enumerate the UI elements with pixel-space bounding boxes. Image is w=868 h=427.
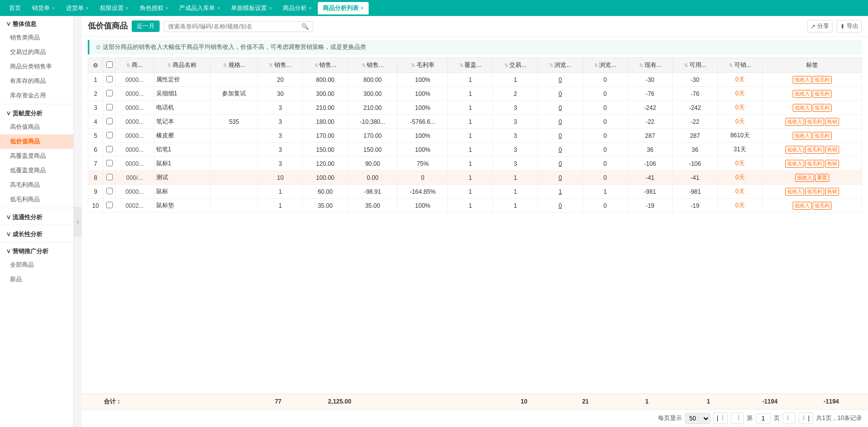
row-checkbox[interactable] bbox=[106, 202, 113, 208]
nav-home[interactable]: 首页 bbox=[4, 2, 26, 14]
sidebar-group-marketing[interactable]: ∨ 营销推广分析 bbox=[0, 243, 73, 258]
nav-purchase-order[interactable]: 进货单 × bbox=[61, 2, 94, 14]
cell-checkbox[interactable] bbox=[103, 199, 116, 213]
sidebar-item-inventory-capital[interactable]: 库存资金占用 bbox=[0, 88, 73, 103]
sidebar-item-stocked-products[interactable]: 有库存的商品 bbox=[0, 74, 73, 88]
close-icon[interactable]: × bbox=[361, 5, 364, 11]
cell-checkbox[interactable] bbox=[103, 129, 116, 143]
sidebar-item-sales-products[interactable]: 销售类商品 bbox=[0, 30, 73, 45]
export-button[interactable]: ⬆ 导出 bbox=[837, 20, 862, 32]
cell-view1[interactable]: 0 bbox=[538, 129, 583, 143]
nav-sales-order[interactable]: 销货单 × bbox=[27, 2, 60, 14]
view-link[interactable]: 0 bbox=[559, 160, 562, 167]
cell-checkbox[interactable] bbox=[103, 157, 116, 171]
nav-template-settings[interactable]: 单据模板设置 × bbox=[226, 2, 277, 14]
sidebar-item-new-products[interactable]: 新品 bbox=[0, 272, 73, 287]
sidebar-item-high-coverage[interactable]: 高覆盖度商品 bbox=[0, 149, 73, 163]
close-icon[interactable]: × bbox=[269, 5, 272, 11]
row-checkbox[interactable] bbox=[106, 104, 113, 110]
cell-view1[interactable]: 0 bbox=[538, 101, 583, 115]
col-coverage[interactable]: 覆盖... bbox=[448, 58, 493, 73]
sidebar-group-growth[interactable]: ∨ 成长性分析 bbox=[0, 226, 73, 241]
select-all-checkbox[interactable] bbox=[106, 61, 113, 68]
nav-role-auth[interactable]: 角色授权 × bbox=[135, 2, 174, 14]
col-code[interactable]: 商... bbox=[116, 58, 154, 73]
next-page-button[interactable]: 〉 bbox=[783, 413, 796, 424]
nav-product-analysis-list[interactable]: 商品分析列表 × bbox=[318, 2, 369, 14]
sidebar-group-overall[interactable]: ∨ 整体信息 bbox=[0, 16, 73, 30]
cell-checkbox[interactable] bbox=[103, 171, 116, 185]
col-settings[interactable]: ⚙ bbox=[88, 58, 103, 73]
view-link[interactable]: 0 bbox=[559, 146, 562, 153]
cell-view1[interactable]: 0 bbox=[538, 73, 583, 87]
cell-checkbox[interactable] bbox=[103, 101, 116, 115]
sidebar-item-category-sales-rate[interactable]: 商品分类销售率 bbox=[0, 59, 73, 74]
view-link[interactable]: 0 bbox=[559, 118, 562, 125]
row-checkbox[interactable] bbox=[106, 160, 113, 166]
cell-view1[interactable]: 0 bbox=[538, 199, 583, 213]
col-profit-rate[interactable]: 毛利率 bbox=[398, 58, 448, 73]
row-checkbox[interactable] bbox=[106, 76, 113, 82]
view-link[interactable]: 0 bbox=[559, 90, 562, 97]
cell-view1[interactable]: 0 bbox=[538, 143, 583, 157]
filter-month-button[interactable]: 近一月 bbox=[132, 20, 160, 32]
sidebar-group-contribution[interactable]: ∨ 贡献度分析 bbox=[0, 105, 73, 120]
view-link[interactable]: 0 bbox=[559, 76, 562, 83]
row-checkbox[interactable] bbox=[106, 188, 113, 194]
close-icon[interactable]: × bbox=[126, 5, 129, 11]
view-link[interactable]: 0 bbox=[559, 104, 562, 111]
close-icon[interactable]: × bbox=[217, 5, 220, 11]
col-stock3[interactable]: 可销... bbox=[717, 58, 762, 73]
last-page-button[interactable]: 〉| bbox=[799, 413, 813, 424]
cell-view1[interactable]: 0 bbox=[538, 171, 583, 185]
first-page-button[interactable]: |〈 bbox=[713, 413, 728, 424]
nav-product-warehouse[interactable]: 产成品入库单 × bbox=[174, 2, 225, 14]
col-view1[interactable]: 浏览... bbox=[538, 58, 583, 73]
sidebar-item-low-profit[interactable]: 低毛利商品 bbox=[0, 192, 73, 207]
sidebar-item-low-coverage[interactable]: 低覆盖度商品 bbox=[0, 163, 73, 178]
row-checkbox[interactable] bbox=[106, 118, 113, 124]
page-size-select[interactable]: 50 100 200 bbox=[685, 413, 710, 424]
col-name[interactable]: 商品名称 bbox=[154, 58, 210, 73]
nav-product-analysis[interactable]: 商品分析 × bbox=[278, 2, 317, 14]
col-transaction[interactable]: 交易... bbox=[493, 58, 538, 73]
cell-checkbox[interactable] bbox=[103, 87, 116, 101]
cell-view1[interactable]: 0 bbox=[538, 115, 583, 129]
close-icon[interactable]: × bbox=[52, 5, 55, 11]
view-link[interactable]: 0 bbox=[559, 202, 562, 209]
col-sales3[interactable]: 销售... bbox=[348, 58, 398, 73]
close-icon[interactable]: × bbox=[309, 5, 312, 11]
sidebar-item-high-profit[interactable]: 高毛利商品 bbox=[0, 178, 73, 192]
cell-view1[interactable]: 1 bbox=[538, 185, 583, 199]
row-checkbox[interactable] bbox=[106, 146, 113, 152]
cell-view1[interactable]: 0 bbox=[538, 87, 583, 101]
col-stock1[interactable]: 现有... bbox=[628, 58, 672, 73]
close-icon[interactable]: × bbox=[166, 5, 169, 11]
col-sales2[interactable]: 销售... bbox=[303, 58, 348, 73]
cell-checkbox[interactable] bbox=[103, 115, 116, 129]
sidebar-collapse-button[interactable]: ‹ bbox=[74, 207, 82, 237]
nav-permission-settings[interactable]: 权限设置 × bbox=[95, 2, 134, 14]
search-icon[interactable]: 🔍 bbox=[301, 23, 309, 30]
col-stock2[interactable]: 可用... bbox=[672, 58, 717, 73]
sidebar-item-all-products[interactable]: 全部商品 bbox=[0, 258, 73, 272]
col-sales1[interactable]: 销售... bbox=[258, 58, 303, 73]
cell-checkbox[interactable] bbox=[103, 73, 116, 87]
cell-view1[interactable]: 0 bbox=[538, 157, 583, 171]
sidebar-item-high-value[interactable]: 高价值商品 bbox=[0, 120, 73, 134]
page-number-input[interactable] bbox=[756, 414, 771, 424]
view-link[interactable]: 1 bbox=[559, 188, 562, 195]
cell-checkbox[interactable] bbox=[103, 185, 116, 199]
col-checkbox[interactable] bbox=[103, 58, 116, 73]
col-spec[interactable]: 规格... bbox=[210, 58, 257, 73]
view-link[interactable]: 0 bbox=[559, 132, 562, 139]
row-checkbox[interactable] bbox=[106, 90, 113, 96]
cell-checkbox[interactable] bbox=[103, 143, 116, 157]
sidebar-item-traded-products[interactable]: 交易过的商品 bbox=[0, 45, 73, 59]
sidebar-item-low-value[interactable]: 低价值商品 bbox=[0, 134, 73, 149]
close-icon[interactable]: × bbox=[86, 5, 89, 11]
row-checkbox[interactable] bbox=[106, 132, 113, 138]
sidebar-group-circulation[interactable]: ∨ 流通性分析 bbox=[0, 209, 73, 224]
share-button[interactable]: ↗ 分享 bbox=[807, 20, 833, 32]
col-view2[interactable]: 浏览... bbox=[583, 58, 628, 73]
